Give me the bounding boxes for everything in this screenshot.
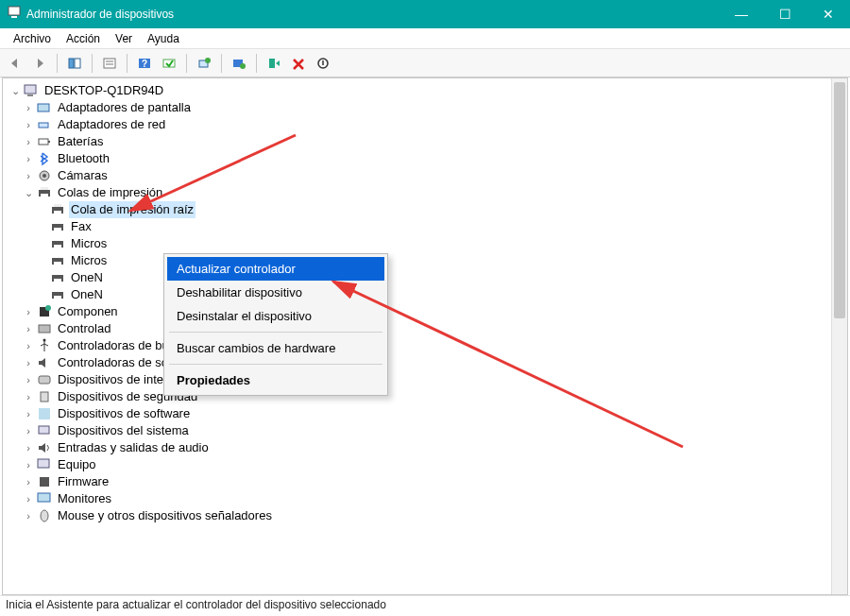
menu-scan-hardware[interactable]: Buscar cambios de hardware xyxy=(167,336,384,360)
svg-point-43 xyxy=(43,339,46,342)
tree-item-security[interactable]: ›Dispositivos de seguridad xyxy=(8,388,847,405)
tree-item-display-adapters[interactable]: › Adaptadores de pantalla xyxy=(8,99,847,116)
maximize-button[interactable]: ☐ xyxy=(763,0,807,28)
svg-point-23 xyxy=(42,174,46,178)
menu-view[interactable]: Ver xyxy=(108,30,140,47)
tree-item-cameras[interactable]: › Cámaras xyxy=(8,167,847,184)
svg-rect-12 xyxy=(233,60,243,67)
chevron-right-icon[interactable]: › xyxy=(22,339,35,353)
svg-point-41 xyxy=(45,305,51,311)
display-adapter-icon xyxy=(37,100,52,115)
svg-rect-34 xyxy=(52,258,63,265)
chevron-right-icon[interactable]: › xyxy=(22,390,35,404)
chevron-right-icon[interactable]: › xyxy=(22,509,35,523)
chevron-down-icon[interactable]: ⌄ xyxy=(8,84,22,98)
menu-disable-device[interactable]: Deshabilitar dispositivo xyxy=(167,281,384,304)
computer-icon xyxy=(37,457,52,472)
svg-rect-10 xyxy=(199,60,208,67)
svg-rect-36 xyxy=(52,275,63,282)
scan-hardware-button[interactable] xyxy=(193,52,215,75)
vertical-scrollbar[interactable] xyxy=(831,78,847,594)
title-bar: Administrador de dispositivos — ☐ ✕ xyxy=(0,0,850,28)
menu-help[interactable]: Ayuda xyxy=(140,30,187,47)
tree-item-mouse[interactable]: ›Mouse y otros dispositivos señaladores xyxy=(8,507,847,524)
chevron-right-icon[interactable]: › xyxy=(22,407,35,421)
tree-item-ms-print-2[interactable]: Micros xyxy=(8,252,847,269)
back-button[interactable] xyxy=(4,52,26,75)
tree-root[interactable]: ⌄ DESKTOP-Q1DR94D xyxy=(8,82,847,99)
chevron-right-icon[interactable]: › xyxy=(22,424,35,438)
context-menu: Actualizar controlador Deshabilitar disp… xyxy=(163,253,388,396)
tree-item-fax[interactable]: Fax xyxy=(8,218,847,235)
svg-rect-32 xyxy=(52,241,63,248)
tree-item-onenote-1[interactable]: OneN xyxy=(8,269,847,286)
tree-item-ms-print-1[interactable]: Micros xyxy=(8,235,847,252)
tree-item-sound[interactable]: ›Controladoras de sonido y vídeo y dispo… xyxy=(8,354,847,371)
printer-icon xyxy=(37,185,52,200)
tree-item-equipo[interactable]: ›Equipo xyxy=(8,456,847,473)
menu-update-driver[interactable]: Actualizar controlador xyxy=(167,257,384,281)
scrollbar-thumb[interactable] xyxy=(834,82,845,318)
tree-item-print-root[interactable]: Cola de impresión raíz xyxy=(8,201,847,218)
tree-item-network-adapters[interactable]: › Adaptadores de red xyxy=(8,116,847,133)
chevron-right-icon[interactable]: › xyxy=(22,169,35,183)
menu-properties[interactable]: Propiedades xyxy=(167,368,384,392)
svg-rect-37 xyxy=(54,279,61,282)
svg-rect-18 xyxy=(38,104,49,111)
menu-action[interactable]: Acción xyxy=(59,30,108,47)
update-driver-button[interactable] xyxy=(228,52,250,75)
chevron-right-icon[interactable]: › xyxy=(22,458,35,472)
forward-button[interactable] xyxy=(28,52,51,75)
menu-bar: Archivo Acción Ver Ayuda xyxy=(0,28,850,49)
chevron-right-icon[interactable]: › xyxy=(22,475,35,489)
disable-device-button[interactable] xyxy=(312,52,334,75)
tree-item-usb[interactable]: ›Controladoras de bus serie universal xyxy=(8,337,847,354)
tree-panel: ⌄ DESKTOP-Q1DR94D › Adaptadores de panta… xyxy=(2,77,848,595)
tree-item-controllers[interactable]: ›Controlad xyxy=(8,320,847,337)
device-tree[interactable]: ⌄ DESKTOP-Q1DR94D › Adaptadores de panta… xyxy=(3,78,847,524)
svg-rect-3 xyxy=(75,59,80,68)
chevron-right-icon[interactable]: › xyxy=(22,101,35,115)
tree-item-hid[interactable]: ›Dispositivos de interfaz humana (HID) xyxy=(8,371,847,388)
chevron-right-icon[interactable]: › xyxy=(22,373,35,387)
mouse-icon xyxy=(37,508,52,523)
chevron-right-icon[interactable]: › xyxy=(22,356,35,370)
tree-item-print-queues[interactable]: ⌄ Colas de impresión xyxy=(8,184,847,201)
tree-item-monitors[interactable]: ›Monitores xyxy=(8,490,847,507)
action-button[interactable] xyxy=(158,52,180,75)
tree-item-system-devices[interactable]: ›Dispositivos del sistema xyxy=(8,422,847,439)
svg-rect-16 xyxy=(25,85,36,94)
tree-item-software-devices[interactable]: ›Dispositivos de software xyxy=(8,405,847,422)
chevron-right-icon[interactable]: › xyxy=(22,322,35,336)
chevron-right-icon[interactable]: › xyxy=(22,305,35,319)
menu-file[interactable]: Archivo xyxy=(6,30,59,47)
svg-rect-44 xyxy=(39,376,50,384)
chevron-down-icon[interactable]: ⌄ xyxy=(22,186,35,200)
close-button[interactable]: ✕ xyxy=(807,0,850,28)
chevron-right-icon[interactable]: › xyxy=(22,152,35,166)
menu-uninstall-device[interactable]: Desinstalar el dispositivo xyxy=(167,304,384,328)
properties-button[interactable] xyxy=(98,52,121,75)
help-button[interactable]: ? xyxy=(133,52,156,75)
tree-item-onenote-2[interactable]: OneN xyxy=(8,286,847,303)
chevron-right-icon[interactable]: › xyxy=(22,441,35,455)
svg-rect-24 xyxy=(39,190,50,197)
minimize-button[interactable]: — xyxy=(720,0,763,28)
computer-icon xyxy=(24,83,39,98)
chevron-right-icon[interactable]: › xyxy=(22,135,35,149)
tree-item-bluetooth[interactable]: › Bluetooth xyxy=(8,150,847,167)
printer-icon xyxy=(50,219,65,234)
chevron-right-icon[interactable]: › xyxy=(22,492,35,506)
show-hide-console-button[interactable] xyxy=(63,52,86,75)
enable-device-button[interactable] xyxy=(263,52,285,75)
tree-item-audio-io[interactable]: ›Entradas y salidas de audio xyxy=(8,439,847,456)
tree-item-batteries[interactable]: › Baterías xyxy=(8,133,847,150)
uninstall-device-button[interactable] xyxy=(287,52,310,75)
tree-item-software-components[interactable]: ›Componen xyxy=(8,303,847,320)
svg-rect-50 xyxy=(38,493,50,502)
tree-item-firmware[interactable]: ›Firmware xyxy=(8,473,847,490)
app-icon xyxy=(8,6,21,23)
network-adapter-icon xyxy=(37,117,52,132)
chevron-right-icon[interactable]: › xyxy=(22,118,35,132)
svg-rect-39 xyxy=(54,296,61,299)
